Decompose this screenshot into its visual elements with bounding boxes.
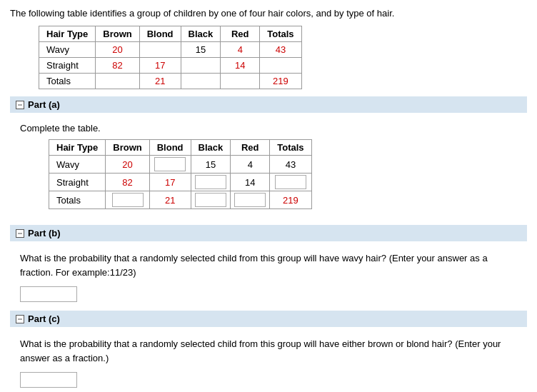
- part-a-table-container: Hair Type Brown Blond Black Red Totals W…: [49, 139, 517, 209]
- part-c-question: What is the probability that a randomly …: [20, 337, 517, 365]
- ref-cell-blond: 17: [139, 58, 181, 74]
- ref-col-blond: Blond: [139, 26, 181, 42]
- ref-col-red: Red: [221, 26, 260, 42]
- ref-cell-red: 4: [221, 42, 260, 58]
- part-c-toggle[interactable]: [16, 315, 24, 323]
- cell-input[interactable]: [195, 193, 226, 207]
- part-b-header: Part (b): [10, 225, 527, 241]
- a-col-black: Black: [191, 140, 231, 156]
- cell-hairtype: Straight: [49, 174, 106, 191]
- intro-text: The following table identifies a group o…: [10, 7, 527, 20]
- table-row: Totals21219: [49, 191, 312, 209]
- cell-value: 21: [149, 191, 191, 209]
- part-c-content: What is the probability that a randomly …: [10, 333, 527, 392]
- part-c-section: Part (c) What is the probability that a …: [10, 311, 527, 392]
- cell-input[interactable]: [234, 193, 266, 207]
- part-a-section: Part (a) Complete the table. Hair Type B…: [10, 96, 527, 223]
- part-a-instruction: Complete the table.: [20, 123, 517, 134]
- ref-cell-type: Totals: [39, 74, 96, 89]
- ref-cell-brown: [96, 74, 139, 89]
- a-col-red: Red: [231, 140, 270, 156]
- ref-cell-brown: 82: [96, 58, 139, 74]
- ref-col-black: Black: [181, 26, 221, 42]
- cell-value: 15: [191, 156, 231, 174]
- cell-value: 43: [270, 156, 311, 174]
- part-b-section: Part (b) What is the probability that a …: [10, 225, 527, 309]
- cell-value[interactable]: [106, 191, 149, 209]
- ref-cell-brown: 20: [96, 42, 139, 58]
- ref-cell-totals: [260, 58, 301, 74]
- cell-hairtype: Totals: [49, 191, 106, 209]
- ref-cell-type: Straight: [39, 58, 96, 74]
- ref-cell-type: Wavy: [39, 42, 96, 58]
- ref-cell-black: [181, 74, 221, 89]
- ref-col-totals: Totals: [260, 26, 301, 42]
- ref-table-row: Wavy2015443: [39, 42, 302, 58]
- cell-value[interactable]: [149, 156, 191, 174]
- part-c-answer-input[interactable]: [20, 372, 77, 388]
- cell-value: 14: [231, 174, 270, 191]
- part-b-toggle[interactable]: [16, 229, 24, 238]
- cell-value[interactable]: [191, 174, 231, 191]
- main-container: The following table identifies a group o…: [0, 0, 537, 392]
- ref-table: Hair Type Brown Blond Black Red Totals W…: [39, 26, 302, 89]
- ref-cell-red: [221, 74, 260, 89]
- cell-input[interactable]: [195, 175, 226, 189]
- part-a-toggle[interactable]: [16, 101, 24, 109]
- a-col-brown: Brown: [106, 140, 149, 156]
- cell-value: 20: [106, 156, 149, 174]
- ref-cell-black: [181, 58, 221, 74]
- ref-table-row: Totals21219: [39, 74, 302, 89]
- ref-table-container: Hair Type Brown Blond Black Red Totals W…: [39, 26, 527, 89]
- part-a-label: Part (a): [28, 99, 60, 110]
- part-c-label: Part (c): [28, 313, 60, 324]
- ref-col-hairtype: Hair Type: [39, 26, 96, 42]
- ref-cell-totals: 219: [260, 74, 301, 89]
- a-col-blond: Blond: [149, 140, 191, 156]
- cell-value: 82: [106, 174, 149, 191]
- cell-value: 17: [149, 174, 191, 191]
- cell-value[interactable]: [191, 191, 231, 209]
- part-a-content: Complete the table. Hair Type Brown Blon…: [10, 119, 527, 223]
- table-row: Straight821714: [49, 174, 312, 191]
- ref-cell-black: 15: [181, 42, 221, 58]
- part-a-header: Part (a): [10, 96, 527, 113]
- ref-cell-totals: 43: [260, 42, 301, 58]
- cell-input[interactable]: [154, 157, 186, 171]
- a-col-hairtype: Hair Type: [49, 140, 106, 156]
- cell-hairtype: Wavy: [49, 156, 106, 174]
- part-c-header: Part (c): [10, 311, 527, 327]
- cell-input[interactable]: [275, 175, 306, 189]
- part-b-question: What is the probability that a randomly …: [20, 251, 517, 279]
- part-b-answer-input[interactable]: [20, 286, 77, 302]
- ref-col-brown: Brown: [96, 26, 139, 42]
- part-a-table: Hair Type Brown Blond Black Red Totals W…: [49, 139, 312, 209]
- ref-cell-blond: 21: [139, 74, 181, 89]
- cell-value[interactable]: [231, 191, 270, 209]
- a-col-totals: Totals: [270, 140, 311, 156]
- cell-value[interactable]: [270, 174, 311, 191]
- ref-cell-blond: [139, 42, 181, 58]
- cell-value: 4: [231, 156, 270, 174]
- cell-input[interactable]: [112, 193, 144, 207]
- part-b-content: What is the probability that a randomly …: [10, 247, 527, 309]
- ref-cell-red: 14: [221, 58, 260, 74]
- cell-value: 219: [270, 191, 311, 209]
- ref-table-row: Straight821714: [39, 58, 302, 74]
- part-b-label: Part (b): [28, 228, 61, 238]
- table-row: Wavy2015443: [49, 156, 312, 174]
